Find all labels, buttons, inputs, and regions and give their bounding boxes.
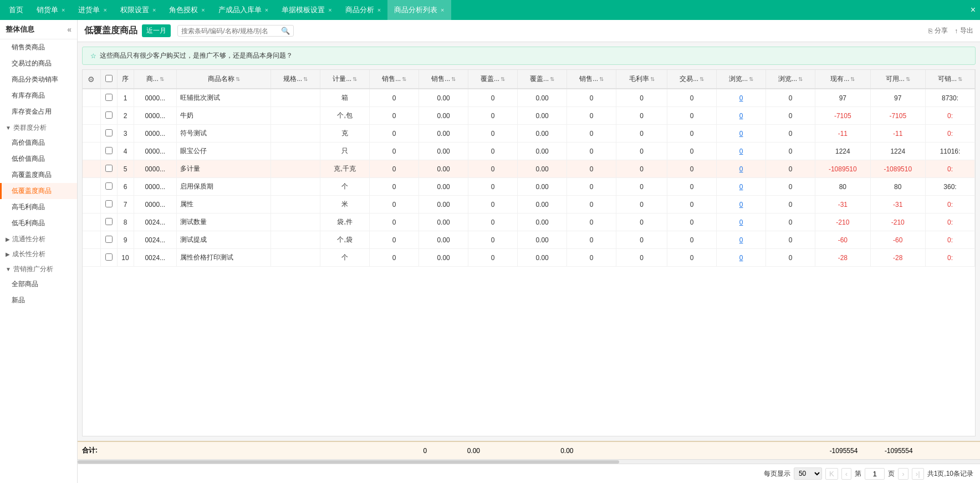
available-column-header[interactable]: 可用...⇅: [870, 70, 925, 89]
row-checkbox-cell[interactable]: [100, 196, 117, 213]
per-page-select[interactable]: 50 20 100 200: [794, 467, 822, 480]
nav-tab-permissions[interactable]: 权限设置 ×: [114, 0, 162, 20]
settings-icon[interactable]: ⚙: [88, 75, 95, 84]
sidebar-item-traded-goods[interactable]: 交易过的商品: [0, 55, 77, 72]
row-checkbox-cell[interactable]: [100, 89, 117, 107]
close-all-button[interactable]: ×: [971, 5, 976, 15]
coverage1-column-header[interactable]: 覆盖...⇅: [468, 70, 518, 89]
row-checkbox-cell[interactable]: [100, 231, 117, 249]
sidebar-section-growth[interactable]: ▶ 成长性分析: [0, 246, 77, 261]
sidebar-item-high-value[interactable]: 高价值商品: [0, 135, 77, 151]
checkbox-column-header[interactable]: [100, 70, 117, 89]
row-checkbox[interactable]: [105, 200, 113, 207]
row-checkbox-cell[interactable]: [100, 160, 117, 178]
nav-tab-product-analysis[interactable]: 商品分析 ×: [339, 0, 387, 20]
row-checkbox-cell[interactable]: [100, 143, 117, 160]
sidebar-section-cluster[interactable]: ▼ 类群度分析: [0, 120, 77, 135]
sidebar-item-low-coverage[interactable]: 低覆盖度商品: [0, 183, 77, 199]
share-button[interactable]: ⎘ 分享: [928, 26, 948, 35]
settings-column-header[interactable]: ⚙: [83, 70, 100, 89]
search-icon[interactable]: 🔍: [281, 27, 290, 35]
sidebar-item-high-coverage[interactable]: 高覆盖度商品: [0, 167, 77, 183]
nav-tab-sales[interactable]: 销货单 ×: [30, 0, 72, 20]
row-browse1[interactable]: 0: [717, 178, 766, 196]
sidebar-section-circulation[interactable]: ▶ 流通性分析: [0, 231, 77, 246]
row-checkbox[interactable]: [105, 236, 113, 243]
browse1-column-header[interactable]: 浏览...⇅: [717, 70, 766, 89]
period-button[interactable]: 近一月: [142, 24, 171, 37]
row-checkbox[interactable]: [105, 182, 113, 190]
select-all-checkbox[interactable]: [105, 75, 113, 82]
sidebar-item-low-value[interactable]: 低价值商品: [0, 151, 77, 167]
close-icon[interactable]: ×: [441, 7, 444, 13]
next-page-button[interactable]: ›: [898, 468, 908, 480]
unit-column-header[interactable]: 计量...⇅: [320, 70, 370, 89]
sales-amt-column-header[interactable]: 销售...⇅: [419, 70, 468, 89]
sidebar-item-category-rate[interactable]: 商品分类动销率: [0, 72, 77, 88]
row-checkbox[interactable]: [105, 94, 113, 101]
nav-tab-product-analysis-list[interactable]: 商品分析列表 ×: [387, 0, 451, 20]
row-browse1[interactable]: 0: [717, 160, 766, 178]
current-column-header[interactable]: 现有...⇅: [815, 70, 870, 89]
close-icon[interactable]: ×: [265, 7, 268, 13]
name-column-header[interactable]: 商品名称⇅: [177, 70, 271, 89]
sidebar-item-all-goods[interactable]: 全部商品: [0, 276, 77, 292]
nav-tab-template[interactable]: 单据模板设置 ×: [275, 0, 338, 20]
close-icon[interactable]: ×: [201, 7, 205, 13]
sidebar-section-marketing[interactable]: ▼ 营销推广分析: [0, 261, 77, 276]
row-browse1[interactable]: 0: [717, 143, 766, 160]
table-row: 2 0000... 牛奶 个,包 0 0.00 0 0.00 0 0 0 0 0…: [83, 107, 975, 125]
row-browse1[interactable]: 0: [717, 231, 766, 249]
close-icon[interactable]: ×: [377, 7, 381, 13]
sidebar-item-sales-goods[interactable]: 销售类商品: [0, 39, 77, 55]
sidebar-collapse-button[interactable]: «: [67, 25, 72, 34]
sales3-column-header[interactable]: 销售...⇅: [567, 70, 616, 89]
row-browse1[interactable]: 0: [717, 107, 766, 125]
browse2-column-header[interactable]: 浏览...⇅: [766, 70, 815, 89]
row-checkbox[interactable]: [105, 147, 113, 154]
row-checkbox[interactable]: [105, 111, 113, 119]
nav-tab-warehouse[interactable]: 产成品入库单 ×: [212, 0, 275, 20]
sidebar-item-capital[interactable]: 库存资金占用: [0, 104, 77, 120]
row-checkbox-cell[interactable]: [100, 178, 117, 196]
gross-column-header[interactable]: 毛利率⇅: [616, 70, 667, 89]
spec-column-header[interactable]: 规格...⇅: [271, 70, 320, 89]
search-input[interactable]: [181, 27, 281, 35]
row-checkbox[interactable]: [105, 218, 113, 225]
sidebar-item-high-margin[interactable]: 高毛利商品: [0, 199, 77, 215]
row-checkbox-cell[interactable]: [100, 213, 117, 231]
row-checkbox-cell[interactable]: [100, 125, 117, 143]
first-page-button[interactable]: K: [825, 468, 838, 480]
row-browse1[interactable]: 0: [717, 196, 766, 213]
row-checkbox[interactable]: [105, 129, 113, 136]
nav-tab-purchase[interactable]: 进货单 ×: [72, 0, 113, 20]
page-input[interactable]: [865, 468, 885, 480]
row-browse1[interactable]: 0: [717, 125, 766, 143]
sidebar-item-low-margin[interactable]: 低毛利商品: [0, 215, 77, 231]
close-icon[interactable]: ×: [152, 7, 156, 13]
close-icon[interactable]: ×: [103, 7, 106, 13]
horizontal-scrollbar[interactable]: [78, 459, 980, 464]
row-checkbox[interactable]: [105, 253, 113, 261]
row-checkbox[interactable]: [105, 165, 113, 172]
last-page-button[interactable]: ›|: [912, 468, 924, 480]
sidebar-item-stock-goods[interactable]: 有库存商品: [0, 88, 77, 104]
scrollbar-thumb[interactable]: [78, 460, 619, 464]
row-checkbox-cell[interactable]: [100, 107, 117, 125]
coverage2-column-header[interactable]: 覆盖...⇅: [518, 70, 567, 89]
sales-qty-column-header[interactable]: 销售...⇅: [370, 70, 419, 89]
export-button[interactable]: ↑ 导出: [955, 26, 973, 35]
trade-column-header[interactable]: 交易...⇅: [667, 70, 717, 89]
nav-tab-roles[interactable]: 角色授权 ×: [162, 0, 211, 20]
prev-page-button[interactable]: ‹: [841, 468, 851, 480]
code-column-header[interactable]: 商...⇅: [134, 70, 177, 89]
row-browse1[interactable]: 0: [717, 89, 766, 107]
sellable-column-header[interactable]: 可销...⇅: [925, 70, 974, 89]
row-browse1[interactable]: 0: [717, 213, 766, 231]
nav-tab-home[interactable]: 首页: [2, 0, 30, 20]
sidebar-item-new-goods[interactable]: 新品: [0, 292, 77, 308]
close-icon[interactable]: ×: [62, 7, 65, 13]
close-icon[interactable]: ×: [328, 7, 331, 13]
row-checkbox-cell[interactable]: [100, 249, 117, 267]
row-browse1[interactable]: 0: [717, 249, 766, 267]
